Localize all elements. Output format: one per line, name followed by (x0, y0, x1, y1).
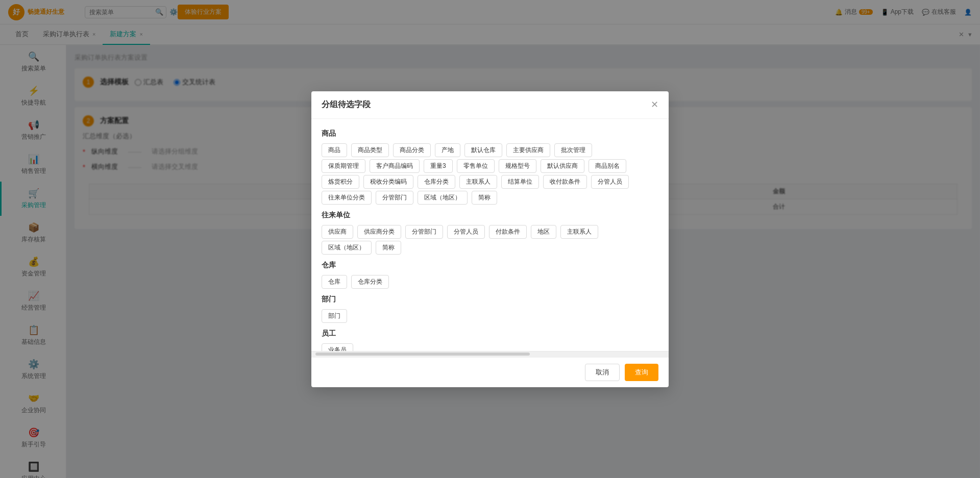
field-tag-main-supplier[interactable]: 主要供应商 (506, 143, 550, 157)
cancel-button[interactable]: 取消 (585, 364, 620, 381)
fields-row-goods-3: 炼货积分 税收分类编码 仓库分类 主联系人 结算单位 收付款条件 分管人员 (322, 175, 658, 189)
field-tag-tax-code[interactable]: 税收分类编码 (363, 175, 413, 189)
field-tag-department[interactable]: 部门 (322, 309, 347, 323)
modal-header: 分组待选字段 ✕ (311, 91, 669, 119)
fields-row-employee: 业务员 (322, 343, 658, 351)
field-tag-salesperson[interactable]: 业务员 (322, 343, 353, 351)
fields-row-dept: 部门 (322, 309, 658, 323)
field-tag-retail-unit[interactable]: 零售单位 (457, 159, 495, 173)
field-tag-default-warehouse[interactable]: 默认仓库 (464, 143, 502, 157)
field-tag-partner-contact[interactable]: 主联系人 (560, 225, 598, 239)
field-tag-partner-area[interactable]: 区域（地区） (322, 241, 372, 255)
field-tag-spec-model[interactable]: 规格型号 (499, 159, 536, 173)
section-title-dept: 部门 (322, 295, 658, 304)
field-tag-customer-code[interactable]: 客户商品编码 (370, 159, 420, 173)
field-tag-partner-person[interactable]: 分管人员 (447, 225, 485, 239)
field-tag-supervisor[interactable]: 分管人员 (591, 175, 629, 189)
fields-row-partner-1: 供应商 供应商分类 分管部门 分管人员 付款条件 地区 主联系人 (322, 225, 658, 239)
modal-footer: 取消 查询 (311, 357, 669, 387)
field-tag-supplier[interactable]: 供应商 (322, 225, 353, 239)
fields-row-goods-1: 商品 商品类型 商品分类 产地 默认仓库 主要供应商 批次管理 (322, 143, 658, 157)
field-tag-origin[interactable]: 产地 (435, 143, 460, 157)
field-tag-weight[interactable]: 重量3 (424, 159, 453, 173)
field-tag-short-name[interactable]: 简称 (472, 191, 497, 205)
fields-row-goods-4: 往来单位分类 分管部门 区域（地区） 简称 (322, 191, 658, 205)
field-tag-supplier-category[interactable]: 供应商分类 (357, 225, 401, 239)
field-tag-partner-short[interactable]: 简称 (376, 241, 401, 255)
field-tag-region[interactable]: 区域（地区） (418, 191, 468, 205)
field-tag-warehouse[interactable]: 仓库 (322, 275, 347, 289)
field-tag-goods[interactable]: 商品 (322, 143, 347, 157)
modal-overlay[interactable]: 分组待选字段 ✕ 商品 商品 商品类型 商品分类 产地 默认仓库 主要供应商 批… (0, 0, 980, 478)
fields-row-partner-2: 区域（地区） 简称 (322, 241, 658, 255)
field-tag-refine-points[interactable]: 炼货积分 (322, 175, 359, 189)
field-tag-goods-alias[interactable]: 商品别名 (589, 159, 626, 173)
field-tag-main-contact[interactable]: 主联系人 (459, 175, 497, 189)
section-title-goods: 商品 (322, 129, 658, 138)
field-tag-warehouse-category[interactable]: 仓库分类 (418, 175, 455, 189)
field-tag-default-supplier[interactable]: 默认供应商 (541, 159, 584, 173)
field-tag-partner-dept[interactable]: 分管部门 (405, 225, 443, 239)
field-tag-partner-region[interactable]: 地区 (531, 225, 556, 239)
field-tag-partner-category[interactable]: 往来单位分类 (322, 191, 372, 205)
confirm-button[interactable]: 查询 (625, 364, 658, 381)
modal-close-icon[interactable]: ✕ (651, 100, 658, 109)
modal-hscroll[interactable] (311, 351, 669, 357)
section-title-warehouse: 仓库 (322, 261, 658, 270)
modal-title: 分组待选字段 (322, 99, 371, 110)
section-title-employee: 员工 (322, 329, 658, 338)
field-select-modal: 分组待选字段 ✕ 商品 商品 商品类型 商品分类 产地 默认仓库 主要供应商 批… (311, 91, 669, 387)
section-title-partner: 往来单位 (322, 211, 658, 220)
field-tag-payment-terms[interactable]: 收付款条件 (543, 175, 587, 189)
fields-row-warehouse: 仓库 仓库分类 (322, 275, 658, 289)
fields-row-goods-2: 保质期管理 客户商品编码 重量3 零售单位 规格型号 默认供应商 商品别名 (322, 159, 658, 173)
field-tag-goods-type[interactable]: 商品类型 (351, 143, 389, 157)
field-tag-batch-mgmt[interactable]: 批次管理 (554, 143, 592, 157)
field-tag-settle-unit[interactable]: 结算单位 (501, 175, 539, 189)
field-tag-shelf-life[interactable]: 保质期管理 (322, 159, 365, 173)
field-tag-partner-payment[interactable]: 付款条件 (489, 225, 527, 239)
field-tag-dept[interactable]: 分管部门 (376, 191, 413, 205)
field-tag-wh-category[interactable]: 仓库分类 (351, 275, 389, 289)
field-tag-goods-category[interactable]: 商品分类 (393, 143, 431, 157)
modal-body: 商品 商品 商品类型 商品分类 产地 默认仓库 主要供应商 批次管理 保质期管理… (311, 119, 669, 351)
